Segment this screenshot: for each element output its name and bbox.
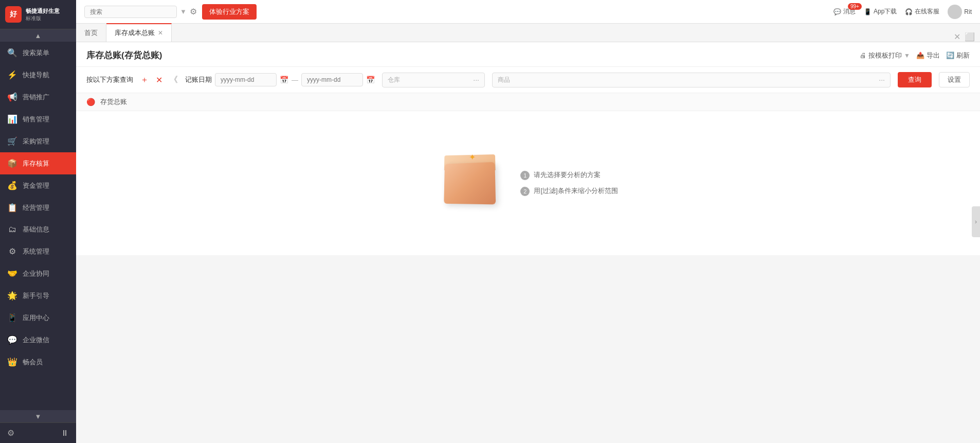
sidebar-item-label: 企业协同 — [23, 269, 49, 278]
date-from-input[interactable] — [215, 73, 277, 86]
sidebar-item-label: 企业微信 — [23, 335, 49, 345]
vip-icon: 👑 — [7, 357, 17, 367]
query-button[interactable]: 查询 — [898, 72, 932, 87]
tab-inventory-cost-label: 库存成本总账 — [115, 28, 155, 38]
sidebar-item-sales[interactable]: 📊 销售管理 — [0, 108, 76, 130]
tab-inventory-cost[interactable]: 库存成本总账 ✕ — [106, 23, 172, 42]
sidebar-item-search[interactable]: 🔍 搜索菜单 — [0, 42, 76, 64]
sidebar-scroll-up[interactable]: ▲ — [0, 29, 76, 42]
calendar-from-icon[interactable]: 📅 — [280, 76, 288, 84]
sidebar-item-wecom[interactable]: 💬 企业微信 — [0, 329, 76, 351]
tab-close-panel-icon[interactable]: ✕ — [954, 32, 960, 42]
user-name: Rit — [964, 8, 972, 15]
sidebar-item-purchase[interactable]: 🛒 采购管理 — [0, 130, 76, 152]
step-1-text: 请先选择要分析的方案 — [534, 170, 601, 180]
refresh-label: 刷新 — [956, 51, 970, 60]
date-to-input[interactable] — [301, 73, 363, 86]
sub-filter-icon: 🔴 — [86, 98, 95, 106]
print-icon: 🖨 — [860, 51, 866, 59]
sidebar-nav: 🔍 搜索菜单 ⚡ 快捷导航 📢 营销推广 📊 销售管理 🛒 采购管理 📦 库存核… — [0, 42, 76, 410]
system-icon: ⚙ — [7, 246, 17, 256]
tabbar: 首页 库存成本总账 ✕ ✕ ⬜ — [76, 24, 980, 42]
sidebar-item-label: 资金管理 — [23, 181, 49, 190]
product-label: 商品 — [498, 76, 510, 84]
filter-clear-icon[interactable]: ✕ — [156, 75, 162, 85]
sidebar-footer: ⚙ ⏸ — [0, 422, 76, 443]
tab-close-icon[interactable]: ✕ — [158, 29, 163, 37]
sidebar-item-basic[interactable]: 🗂 基础信息 — [0, 219, 76, 240]
headset-icon: 🎧 — [905, 8, 913, 15]
sidebar-item-label: 采购管理 — [23, 137, 49, 146]
sidebar-scroll-down[interactable]: ▼ — [0, 410, 76, 422]
chevron-down-icon[interactable]: ▼ — [904, 52, 910, 59]
message-button[interactable]: 💬 消息 99+ — [833, 7, 856, 16]
tab-home[interactable]: 首页 — [76, 24, 106, 42]
online-service-button[interactable]: 🎧 在线客服 — [905, 7, 939, 16]
logo-icon: 好 — [5, 6, 22, 23]
sidebar-item-appstore[interactable]: 📱 应用中心 — [0, 307, 76, 329]
inventory-icon: 📦 — [7, 158, 17, 168]
audio-footer-icon[interactable]: ⏸ — [61, 429, 69, 438]
chevron-right-icon: › — [975, 218, 977, 225]
sidebar-item-operation[interactable]: 📋 经营管理 — [0, 197, 76, 219]
content-area: 库存总账(存货总账) 🖨 按模板打印 ▼ 📤 导出 🔄 刷新 — [76, 42, 980, 443]
logo-badge: 标准版 — [26, 15, 60, 22]
sidebar-item-label: 系统管理 — [23, 247, 49, 256]
filter-add-icon[interactable]: ＋ — [140, 75, 149, 85]
sidebar-item-newbie[interactable]: 🌟 新手引导 — [0, 285, 76, 307]
sidebar-item-enterprise[interactable]: 🤝 企业协同 — [0, 262, 76, 285]
settings-button[interactable]: 设置 — [939, 72, 970, 87]
step-2-text: 用[过滤]条件来缩小分析范围 — [534, 186, 618, 196]
page-actions: 🖨 按模板打印 ▼ 📤 导出 🔄 刷新 — [860, 51, 970, 60]
search-icon: 🔍 — [7, 48, 17, 58]
sidebar-item-finance[interactable]: 💰 资金管理 — [0, 174, 76, 197]
newbie-icon: 🌟 — [7, 291, 17, 300]
refresh-button[interactable]: 🔄 刷新 — [946, 51, 970, 60]
calendar-to-icon[interactable]: 📅 — [366, 76, 375, 84]
filter-label: 按以下方案查询 — [86, 75, 133, 84]
enterprise-icon: 🤝 — [7, 269, 17, 278]
product-more-icon[interactable]: ··· — [879, 76, 885, 84]
print-label: 按模板打印 — [868, 51, 902, 60]
avatar — [948, 5, 962, 19]
chevron-down-icon[interactable]: ▼ — [180, 8, 187, 15]
sidebar-item-inventory[interactable]: 📦 库存核算 — [0, 152, 76, 174]
gear-icon[interactable]: ⚙ — [190, 7, 197, 16]
topbar-left: ▼ ⚙ 体验行业方案 — [84, 4, 828, 20]
sub-filter-bar: 🔴 存货总账 — [76, 93, 980, 111]
right-panel-toggle[interactable]: › — [972, 206, 980, 237]
filter-bar: 按以下方案查询 ＋ ✕ 《 记账日期 📅 — 📅 仓库 ··· 商品 — [76, 67, 980, 93]
product-select[interactable]: 商品 ··· — [492, 73, 891, 87]
sidebar-item-marketing[interactable]: 📢 营销推广 — [0, 86, 76, 108]
settings-footer-icon[interactable]: ⚙ — [7, 428, 14, 438]
page-title: 库存总账(存货总账) — [86, 49, 162, 61]
warehouse-select[interactable]: 仓库 ··· — [382, 73, 485, 87]
app-download-button[interactable]: 📱 App下载 — [864, 7, 897, 16]
box-shape — [444, 162, 496, 205]
search-input[interactable] — [84, 6, 177, 18]
tab-home-label: 首页 — [84, 28, 98, 38]
warehouse-more-icon[interactable]: ··· — [473, 76, 479, 84]
sidebar-item-vip[interactable]: 👑 畅会员 — [0, 351, 76, 373]
filter-collapse-icon[interactable]: 《 — [170, 75, 178, 85]
tab-expand-icon[interactable]: ⬜ — [965, 32, 975, 42]
print-button[interactable]: 🖨 按模板打印 ▼ — [860, 51, 910, 60]
sidebar-item-label: 销售管理 — [23, 115, 49, 124]
shortcut-icon: ⚡ — [7, 70, 17, 80]
sidebar-item-label: 应用中心 — [23, 313, 49, 323]
date-label: 记账日期 — [185, 75, 212, 84]
date-range: 记账日期 📅 — 📅 — [185, 73, 375, 86]
date-separator: — — [292, 76, 298, 84]
sidebar-item-system[interactable]: ⚙ 系统管理 — [0, 240, 76, 262]
empty-state: ✦ 1 请先选择要分析的方案 2 用[过滤]条件来缩小分析范围 — [76, 111, 980, 255]
export-label: 导出 — [927, 51, 940, 60]
finance-icon: 💰 — [7, 181, 17, 190]
sidebar-item-label: 畅会员 — [23, 358, 43, 367]
export-button[interactable]: 📤 导出 — [916, 51, 940, 60]
sidebar-item-label: 快捷导航 — [23, 70, 49, 80]
export-icon: 📤 — [916, 51, 924, 59]
empty-step-2: 2 用[过滤]条件来缩小分析范围 — [520, 186, 618, 196]
industry-btn[interactable]: 体验行业方案 — [202, 4, 257, 20]
sidebar-item-shortcut[interactable]: ⚡ 快捷导航 — [0, 64, 76, 86]
user-menu[interactable]: Rit — [948, 5, 972, 19]
